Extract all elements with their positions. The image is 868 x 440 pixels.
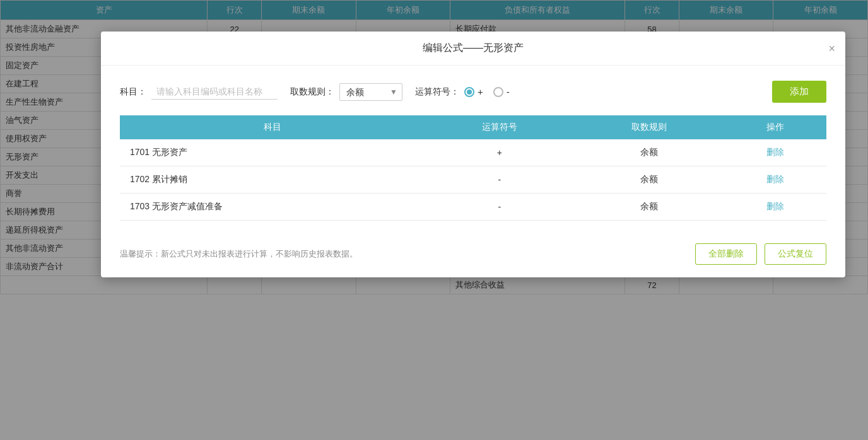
table-row: 1703 无形资产减值准备-余额删除 — [120, 194, 826, 221]
formula-form-row: 科目： 取数规则： 余额 借方发生额 贷方发生额 借方累计发生额 贷方累计发生额… — [120, 81, 826, 103]
cell-subject: 1703 无形资产减值准备 — [120, 194, 425, 221]
operator-label: 运算符号： — [415, 86, 459, 98]
cell-operator: + — [425, 139, 574, 166]
delete-row-button[interactable]: 删除 — [766, 201, 784, 211]
cell-subject: 1701 无形资产 — [120, 139, 425, 166]
subject-field-group: 科目： — [120, 84, 278, 100]
operator-plus-label: + — [478, 86, 483, 97]
footer-tip: 温馨提示：新公式只对未出报表进行计算，不影响历史报表数据。 — [120, 248, 358, 260]
subject-label: 科目： — [120, 86, 146, 98]
operator-minus-label: - — [507, 86, 510, 97]
cell-operator: - — [425, 194, 574, 221]
rule-label: 取数规则： — [290, 86, 334, 98]
th-operator: 运算符号 — [425, 115, 574, 139]
operator-plus-radio[interactable]: + — [464, 86, 483, 97]
cell-rule: 余额 — [575, 139, 724, 166]
reset-formula-button[interactable]: 公式复位 — [765, 243, 826, 265]
cell-action: 删除 — [724, 194, 826, 221]
cell-action: 删除 — [724, 139, 826, 166]
delete-row-button[interactable]: 删除 — [766, 174, 784, 184]
formula-table: 科目 运算符号 取数规则 操作 1701 无形资产+余额删除1702 累计摊销-… — [120, 115, 826, 221]
cell-subject: 1702 累计摊销 — [120, 166, 425, 194]
modal-footer: 温馨提示：新公式只对未出报表进行计算，不影响历史报表数据。 全部删除 公式复位 — [101, 233, 845, 277]
operator-field-group: 运算符号： + - — [415, 86, 510, 98]
footer-buttons: 全部删除 公式复位 — [695, 243, 826, 265]
rule-select-wrap: 余额 借方发生额 贷方发生额 借方累计发生额 贷方累计发生额 ▼ — [339, 83, 402, 101]
rule-field-group: 取数规则： 余额 借方发生额 贷方发生额 借方累计发生额 贷方累计发生额 ▼ — [290, 83, 402, 101]
modal-header: 编辑公式——无形资产 × — [101, 32, 845, 66]
operator-radio-group: + - — [464, 86, 510, 97]
cell-operator: - — [425, 166, 574, 194]
close-button[interactable]: × — [828, 43, 835, 54]
delete-all-button[interactable]: 全部删除 — [695, 243, 757, 265]
th-action: 操作 — [724, 115, 826, 139]
modal-title: 编辑公式——无形资产 — [423, 42, 524, 55]
th-rule: 取数规则 — [575, 115, 724, 139]
table-header-row: 科目 运算符号 取数规则 操作 — [120, 115, 826, 139]
radio-plus-icon — [464, 87, 474, 97]
cell-action: 删除 — [724, 166, 826, 194]
rule-select[interactable]: 余额 借方发生额 贷方发生额 借方累计发生额 贷方累计发生额 — [339, 83, 402, 101]
delete-row-button[interactable]: 删除 — [766, 147, 784, 157]
operator-minus-radio[interactable]: - — [493, 86, 510, 97]
cell-rule: 余额 — [575, 194, 724, 221]
th-subject: 科目 — [120, 115, 425, 139]
edit-formula-modal: 编辑公式——无形资产 × 科目： 取数规则： 余额 借方发生额 贷方发生额 借方… — [101, 32, 845, 277]
subject-input[interactable] — [151, 84, 278, 100]
add-button[interactable]: 添加 — [772, 81, 826, 103]
modal-body: 科目： 取数规则： 余额 借方发生额 贷方发生额 借方累计发生额 贷方累计发生额… — [101, 66, 845, 233]
radio-minus-icon — [493, 87, 503, 97]
cell-rule: 余额 — [575, 166, 724, 194]
table-row: 1702 累计摊销-余额删除 — [120, 166, 826, 194]
table-row: 1701 无形资产+余额删除 — [120, 139, 826, 166]
